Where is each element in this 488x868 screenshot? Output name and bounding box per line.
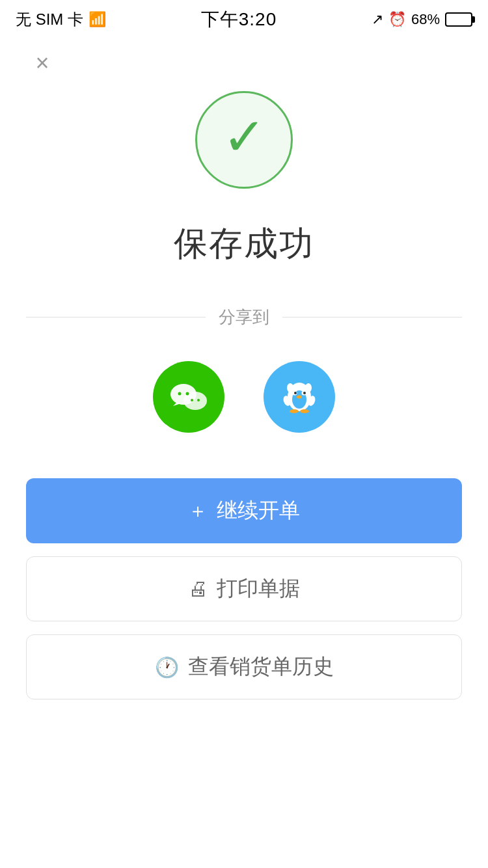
status-right: ↗ ⏰ 68%: [372, 11, 472, 28]
view-history-label: 查看销货单历史: [188, 653, 334, 681]
svg-point-12: [303, 392, 306, 394]
success-circle: ✓: [195, 91, 293, 189]
printer-icon: 🖨: [188, 578, 208, 600]
checkmark-icon: ✓: [223, 111, 266, 163]
location-icon: ↗: [372, 11, 383, 28]
status-left: 无 SIM 卡 📶: [16, 9, 106, 30]
close-icon: ×: [35, 51, 49, 75]
print-receipt-button[interactable]: 🖨 打印单据: [26, 556, 462, 621]
print-receipt-label: 打印单据: [217, 575, 300, 603]
status-time: 下午3:20: [201, 7, 277, 32]
svg-point-13: [297, 395, 302, 398]
svg-point-4: [191, 399, 193, 401]
divider-left: [26, 317, 206, 318]
svg-point-17: [300, 409, 309, 413]
battery-percent: 68%: [411, 11, 440, 28]
alarm-icon: ⏰: [388, 11, 406, 28]
plus-icon: ＋: [188, 498, 208, 524]
view-history-button[interactable]: 🕐 查看销货单历史: [26, 634, 462, 699]
svg-point-14: [287, 383, 293, 392]
continue-order-button[interactable]: ＋ 继续开单: [26, 478, 462, 543]
qq-share-button[interactable]: [264, 361, 335, 433]
success-title: 保存成功: [174, 221, 314, 267]
svg-point-15: [305, 383, 312, 392]
svg-point-3: [185, 392, 189, 395]
wechat-share-button[interactable]: [153, 361, 224, 433]
svg-point-5: [197, 399, 200, 401]
continue-order-label: 继续开单: [217, 496, 300, 525]
action-buttons: ＋ 继续开单 🖨 打印单据 🕐 查看销货单历史: [0, 478, 488, 699]
wechat-icon: [168, 376, 210, 418]
close-button[interactable]: ×: [26, 47, 59, 79]
status-bar: 无 SIM 卡 📶 下午3:20 ↗ ⏰ 68%: [0, 0, 488, 39]
clock-icon: 🕐: [155, 656, 179, 679]
svg-point-11: [294, 392, 297, 394]
sim-status: 无 SIM 卡: [16, 9, 83, 30]
divider-right: [282, 317, 462, 318]
qq-icon: [280, 376, 319, 418]
share-label: 分享到: [206, 306, 282, 329]
wifi-icon: 📶: [88, 11, 106, 28]
battery-icon: [445, 12, 472, 27]
share-section: 分享到: [0, 306, 488, 329]
svg-point-2: [178, 392, 181, 395]
main-content: ✓ 保存成功 分享到: [0, 39, 488, 699]
svg-point-16: [290, 409, 299, 413]
share-icons-row: [153, 361, 335, 433]
